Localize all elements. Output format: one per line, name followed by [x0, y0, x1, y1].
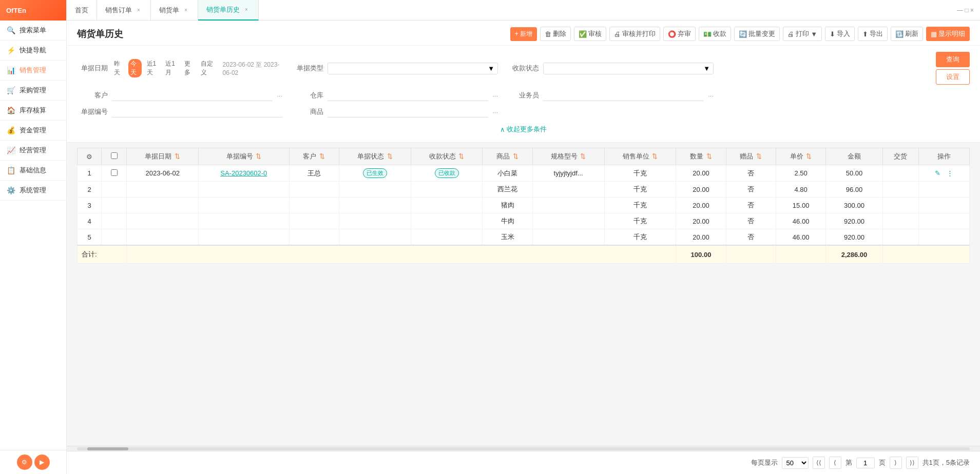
- qty-sort-icon[interactable]: ⇅: [706, 152, 712, 160]
- sidebar-bottom: ⚙ ▶: [0, 450, 66, 474]
- sidebar-item-quick-nav[interactable]: ⚡ 快捷导航: [0, 41, 66, 61]
- cell-collect-status: [411, 198, 483, 213]
- salesperson-input[interactable]: [543, 90, 704, 101]
- col-collect-status: 收款状态 ⇅: [411, 148, 483, 165]
- sidebar-item-search-menu[interactable]: 🔍 搜索菜单: [0, 21, 66, 41]
- cell-trade: [882, 165, 918, 182]
- spec-sort-icon[interactable]: ⇅: [580, 152, 586, 160]
- goods-sort-icon[interactable]: ⇅: [513, 152, 518, 160]
- import-button[interactable]: ⬇ 导入: [825, 27, 855, 41]
- delete-button[interactable]: 🗑 删除: [540, 27, 571, 41]
- edit-action-btn[interactable]: ✎: [933, 169, 943, 177]
- row-checkbox[interactable]: [111, 169, 118, 176]
- next-page-btn[interactable]: ⟩: [890, 457, 902, 469]
- last-page-btn[interactable]: ⟩⟩: [906, 457, 918, 469]
- collect-button[interactable]: 💵 收款: [699, 27, 731, 41]
- refresh-button[interactable]: 🔃 刷新: [891, 27, 923, 41]
- salesperson-ellipsis[interactable]: ···: [708, 92, 714, 100]
- per-page-select[interactable]: 50 20 100: [782, 457, 809, 469]
- print-button[interactable]: 🖨 打印 ▼: [783, 27, 822, 41]
- collapse-button[interactable]: ∧ 收起更多条件: [494, 123, 553, 136]
- doc-status-sort-icon[interactable]: ⇅: [387, 152, 393, 160]
- warehouse-input[interactable]: [328, 90, 488, 101]
- page-header: 销货单历史 + 新增 🗑 删除 ✅ 审核 🖨 审核并打印 ⭕ 弃审: [67, 21, 980, 46]
- doc-type-label: 单据类型: [293, 64, 323, 73]
- cell-customer: [289, 198, 339, 213]
- sidebar-item-sys-mgmt[interactable]: ⚙️ 系统管理: [0, 181, 66, 201]
- select-all-checkbox[interactable]: [111, 152, 118, 159]
- shortcut-more[interactable]: 更多: [182, 59, 196, 77]
- sidebar-item-purchase-mgmt[interactable]: 🛒 采购管理: [0, 81, 66, 101]
- sidebar-item-ops-mgmt[interactable]: 📈 经营管理: [0, 141, 66, 161]
- unit-sort-icon[interactable]: ⇅: [652, 152, 658, 160]
- customer-input[interactable]: [112, 90, 273, 101]
- tab-sales-goods-label: 销货单: [159, 6, 179, 15]
- query-button[interactable]: 查询: [936, 52, 970, 67]
- scroll-thumb[interactable]: [87, 447, 128, 450]
- tab-sales-goods-close[interactable]: ×: [182, 7, 189, 14]
- row-checkbox-cell: [102, 229, 127, 246]
- abandon-button[interactable]: ⭕ 弃审: [663, 27, 696, 41]
- cell-doc-status: [339, 198, 411, 213]
- customer-ellipsis[interactable]: ···: [277, 92, 282, 100]
- audit-print-button[interactable]: 🖨 审核并打印: [609, 27, 660, 41]
- doc-type-select[interactable]: ▼: [328, 63, 498, 74]
- sidebar-item-sales-mgmt[interactable]: 📊 销售管理: [0, 61, 66, 81]
- tab-sales-history-close[interactable]: ×: [243, 6, 250, 13]
- first-page-btn[interactable]: ⟨⟨: [813, 457, 825, 469]
- prev-page-btn[interactable]: ⟨: [829, 457, 841, 469]
- col-doc-no: 单据编号 ⇅: [199, 148, 289, 165]
- export-button[interactable]: ⬆ 导出: [858, 27, 888, 41]
- tab-home[interactable]: 首页: [67, 0, 97, 21]
- shortcut-today[interactable]: 今天: [128, 59, 142, 77]
- tab-sales-history[interactable]: 销货单历史 ×: [198, 0, 259, 21]
- sidebar-item-finance-mgmt[interactable]: 💰 资金管理: [0, 121, 66, 141]
- row-checkbox-cell: [102, 198, 127, 213]
- sidebar-item-basic-info[interactable]: 📋 基础信息: [0, 161, 66, 181]
- cell-spec: [532, 229, 604, 246]
- tab-sales-goods[interactable]: 销货单 ×: [151, 0, 198, 21]
- sidebar-item-inventory[interactable]: 🏠 库存核算: [0, 101, 66, 121]
- shortcut-last1month[interactable]: 近1月: [163, 59, 179, 77]
- shortcut-yesterday[interactable]: 昨天: [112, 59, 125, 77]
- doc-no-sort-icon[interactable]: ⇅: [256, 152, 261, 160]
- shortcut-custom[interactable]: 自定义: [199, 59, 217, 77]
- doc-no-link[interactable]: SA-20230602-0: [220, 169, 267, 177]
- tab-sales-order-close[interactable]: ×: [135, 7, 142, 14]
- sidebar-toggle-btn[interactable]: ▶: [34, 455, 50, 470]
- cell-doc-date: [127, 198, 199, 213]
- doc-number-input[interactable]: [112, 106, 282, 117]
- cell-amount: 300.00: [826, 198, 882, 213]
- new-button[interactable]: + 新增: [510, 27, 537, 41]
- print-label: 打印: [796, 29, 809, 38]
- audit-button[interactable]: ✅ 审核: [574, 27, 606, 41]
- setting-button[interactable]: 设置: [936, 69, 970, 85]
- cell-action: ✎ ⋮: [918, 165, 969, 182]
- shortcut-last7[interactable]: 近1天: [145, 59, 161, 77]
- filter-customer: 客户 ···: [77, 90, 282, 101]
- audit-icon: ✅: [579, 30, 587, 38]
- summary-row: 合计: 100.00 2,286.00: [78, 245, 970, 264]
- page-number-input[interactable]: [856, 458, 875, 468]
- batch-change-button[interactable]: 🔄 批量变更: [734, 27, 780, 41]
- price-sort-icon[interactable]: ⇅: [806, 152, 812, 160]
- customer-sort-icon[interactable]: ⇅: [319, 152, 325, 160]
- collect-status-label: 收款状态: [508, 64, 539, 73]
- summary-label: 合计:: [78, 245, 127, 264]
- collect-status-select[interactable]: ▼: [543, 63, 714, 74]
- collect-status-sort-icon[interactable]: ⇅: [458, 152, 464, 160]
- warehouse-ellipsis[interactable]: ···: [492, 92, 498, 100]
- filter-row-2: 客户 ··· 仓库 ··· 业务员 ···: [77, 90, 970, 101]
- goods-input[interactable]: [328, 106, 488, 117]
- table-footer: 每页显示 50 20 100 ⟨⟨ ⟨ 第 页 ⟩ ⟩⟩ 共1页，5条记录: [67, 451, 980, 474]
- sidebar-collapse-btn[interactable]: ⚙: [17, 455, 32, 470]
- goods-ellipsis[interactable]: ···: [492, 108, 498, 116]
- cell-price: 46.00: [776, 213, 825, 229]
- doc-status-badge: 已生效: [363, 168, 387, 178]
- more-action-btn[interactable]: ⋮: [945, 169, 955, 177]
- show-details-button[interactable]: ▦ 显示明细: [926, 27, 970, 41]
- gear-icon[interactable]: ⚙: [86, 153, 92, 161]
- doc-date-sort-icon[interactable]: ⇅: [175, 152, 180, 160]
- gift-sort-icon[interactable]: ⇅: [756, 152, 762, 160]
- tab-sales-order[interactable]: 销售订单 ×: [97, 0, 151, 21]
